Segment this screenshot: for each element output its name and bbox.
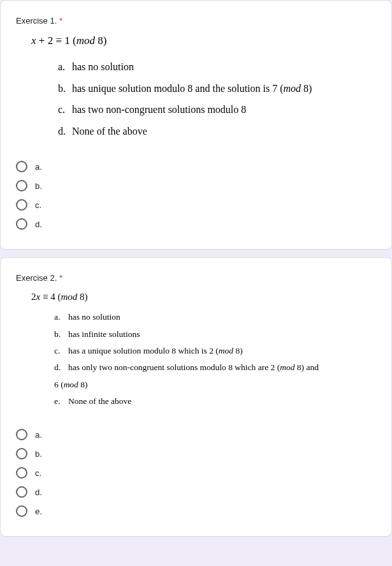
radio-option-a[interactable]: a. (16, 157, 376, 176)
radio-option-b[interactable]: b. (16, 444, 376, 463)
answer-options-1: a. b. c. d. (16, 157, 376, 234)
choice-letter: b. (58, 78, 72, 100)
choice-text: has no solution (72, 61, 134, 72)
radio-icon (16, 505, 27, 517)
required-indicator: * (59, 16, 62, 26)
exercise-1-title-text: Exercise 1. (16, 16, 57, 26)
choice-text: has no solution (68, 312, 120, 322)
radio-option-e[interactable]: e. (16, 502, 376, 521)
choices-list-2: a.has no solution b.has infinite solutio… (31, 309, 376, 410)
radio-label: e. (35, 507, 42, 516)
radio-option-c[interactable]: c. (16, 463, 376, 482)
radio-label: c. (35, 468, 41, 478)
radio-icon (16, 161, 27, 172)
radio-option-b[interactable]: b. (16, 176, 376, 195)
choice-item: c.has a unique solution modulo 8 which i… (50, 343, 376, 359)
radio-icon (16, 199, 27, 211)
required-indicator: * (59, 273, 62, 283)
choice-text: 6 (mod 8) (54, 380, 88, 389)
choice-letter: c. (54, 343, 68, 359)
choice-letter: a. (54, 309, 68, 325)
radio-icon (16, 180, 27, 191)
choice-letter: a. (58, 56, 72, 78)
exercise-card-1: Exercise 1. * x + 2 ≡ 1 (mod 8) a.has no… (0, 0, 392, 249)
radio-option-c[interactable]: c. (16, 195, 376, 214)
choice-text: None of the above (72, 126, 147, 137)
radio-label: a. (35, 430, 42, 440)
radio-icon (16, 429, 27, 440)
radio-label: b. (35, 181, 42, 191)
choice-item: a.has no solution (50, 309, 376, 325)
choice-text: has two non-congruent solutions modulo 8 (72, 104, 246, 115)
answer-options-2: a. b. c. d. e. (16, 425, 376, 521)
choice-letter: d. (54, 359, 68, 376)
exercise-1-title: Exercise 1. * (16, 16, 376, 26)
choice-letter: b. (54, 326, 68, 343)
choice-item: d.None of the above (53, 121, 376, 142)
choice-text: has unique solution modulo 8 and the sol… (72, 83, 312, 94)
radio-option-d[interactable]: d. (16, 482, 376, 502)
radio-icon (16, 218, 27, 230)
choice-item: a.has no solution (53, 56, 376, 78)
radio-label: b. (35, 449, 42, 459)
exercise-2-title-text: Exercise 2. (16, 273, 57, 283)
choice-text: has only two non-congruent solutions mod… (68, 362, 319, 372)
choice-item: c.has two non-congruent solutions modulo… (53, 99, 376, 121)
choice-item: e.None of the above (50, 393, 376, 410)
radio-label: d. (35, 488, 42, 497)
choice-letter: d. (58, 121, 72, 142)
choice-item: b.has infinite solutions (50, 326, 376, 343)
choice-item-continuation: 6 (mod 8) (50, 376, 376, 393)
choices-list-1: a.has no solution b.has unique solution … (31, 56, 376, 142)
choice-item: d.has only two non-congruent solutions m… (50, 359, 376, 376)
expression-1: x + 2 ≡ 1 (mod 8) (31, 34, 376, 47)
choice-text: has infinite solutions (68, 329, 140, 339)
radio-icon (16, 448, 27, 459)
radio-icon (16, 467, 27, 479)
radio-label: c. (35, 200, 41, 210)
choice-text: has a unique solution modulo 8 which is … (68, 346, 243, 355)
radio-label: a. (35, 162, 42, 172)
radio-option-d[interactable]: d. (16, 214, 376, 234)
expression-2: 2x ≡ 4 (mod 8) (31, 292, 376, 302)
choice-item: b.has unique solution modulo 8 and the s… (53, 78, 376, 100)
radio-option-a[interactable]: a. (16, 425, 376, 444)
exercise-2-title: Exercise 2. * (16, 273, 376, 283)
choice-letter: c. (58, 99, 72, 121)
exercise-card-2: Exercise 2. * 2x ≡ 4 (mod 8) a.has no so… (0, 257, 392, 537)
choice-letter: e. (54, 393, 68, 410)
radio-icon (16, 486, 27, 498)
radio-label: d. (35, 220, 42, 229)
question-body-1: x + 2 ≡ 1 (mod 8) a.has no solution b.ha… (31, 34, 376, 142)
choice-text: None of the above (68, 396, 131, 406)
question-body-2: 2x ≡ 4 (mod 8) a.has no solution b.has i… (31, 292, 376, 410)
